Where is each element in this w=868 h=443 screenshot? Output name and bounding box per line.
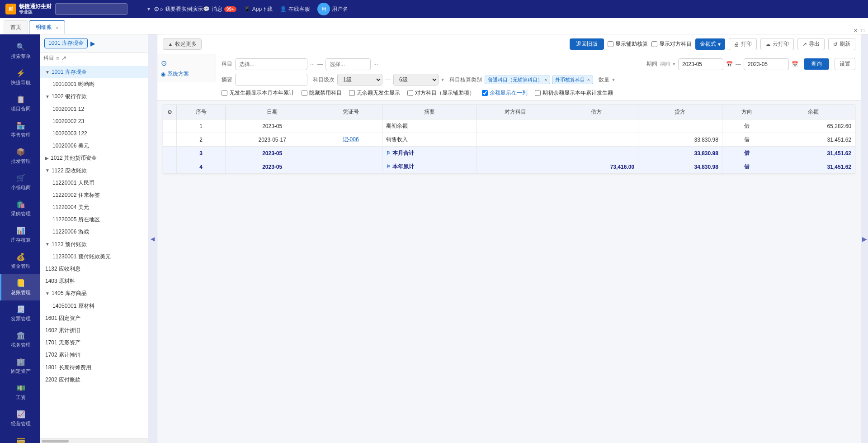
selected-account-tag[interactable]: 1001 库存现金 — [44, 38, 88, 48]
sidebar-item-ledger[interactable]: 📒 总账管理 — [0, 274, 40, 300]
type-tag-foreign-close[interactable]: × — [587, 77, 590, 82]
period-start-input[interactable] — [678, 58, 723, 70]
sidebar-item-funds[interactable]: 💰 资金管理 — [0, 248, 40, 274]
period-end-input[interactable] — [744, 58, 789, 70]
columns-icon[interactable]: ≡ — [56, 55, 60, 62]
account-item-1001[interactable]: ▼ 1001 库存现金 — [40, 66, 148, 78]
sidebar-item-quicknav[interactable]: ⚡ 快捷导航 — [0, 64, 40, 91]
sidebar-item-expense[interactable]: 💳 小畅报销 — [0, 432, 40, 443]
more-btn[interactable]: ▲ 收起更多 — [163, 38, 202, 50]
query-btn[interactable]: 查询 — [804, 58, 829, 70]
app-download-btn[interactable]: 📱 App下载 — [244, 5, 273, 13]
account-item-1132[interactable]: 1132 应收利息 — [40, 263, 148, 275]
sidebar-item-purchase[interactable]: 🛍️ 采购管理 — [0, 195, 40, 222]
account-item-10020001[interactable]: 10020001 12 — [40, 103, 148, 115]
show-helper-checkbox[interactable] — [608, 41, 613, 47]
account-item-11220006[interactable]: 11220006 游戏 — [40, 226, 148, 238]
search-dropdown-icon[interactable]: ▾ — [147, 6, 150, 12]
account-item-11220005[interactable]: 11220005 所在地区 — [40, 214, 148, 226]
account-tag-expand-icon[interactable]: ▶ — [90, 40, 95, 47]
checkbox-initial-balance[interactable]: 期初余额显示本年累计发生额 — [535, 89, 613, 97]
system-scheme-btn[interactable]: ◉ 系统方案 — [161, 70, 212, 78]
account-item-10020003[interactable]: 10020003 122 — [40, 128, 148, 140]
sidebar-item-inventory[interactable]: 📊 库存核算 — [0, 222, 40, 248]
account-item-1012[interactable]: ▶ 1012 其他货币资金 — [40, 152, 148, 164]
messages-btn[interactable]: 💬 消息 99+ — [203, 5, 236, 13]
print-btn[interactable]: 🖨 打印 — [729, 38, 757, 50]
initial-balance-checkbox[interactable] — [535, 90, 541, 96]
level-end-select[interactable]: 6级1级2级3级4级5级 — [393, 74, 439, 86]
sidebar-item-assets[interactable]: 🏢 固定资产 — [0, 353, 40, 379]
summary-input[interactable] — [235, 74, 307, 86]
account-item-1602[interactable]: 1602 累计折旧 — [40, 324, 148, 337]
back-old-version-btn[interactable]: 退回旧版 — [570, 38, 604, 50]
voucher-link-2[interactable]: 记-006 — [343, 136, 359, 143]
top-search-input[interactable] — [55, 3, 127, 15]
format-btn[interactable]: 金额式 ▾ — [695, 38, 725, 50]
account-item-1601[interactable]: 1601 固定资产 — [40, 312, 148, 324]
opposite-checkbox[interactable] — [407, 90, 413, 96]
online-service-btn[interactable]: 👤 在线客服 — [280, 5, 310, 13]
show-opposite-checkbox[interactable] — [651, 41, 657, 47]
sidebar-item-search[interactable]: 🔍 搜索菜单 — [0, 38, 40, 64]
show-opposite-checkbox-label[interactable]: 显示对方科目 — [651, 40, 692, 48]
account-item-1702[interactable]: 1702 累计摊销 — [40, 349, 148, 361]
row-2-voucher[interactable]: 记-006 — [319, 133, 382, 147]
type-tag-normal-close[interactable]: × — [544, 77, 547, 82]
sidebar-item-invoice[interactable]: 🧾 发票管理 — [0, 300, 40, 327]
sidebar-item-retail[interactable]: 🏪 零售管理 — [0, 117, 40, 143]
account-item-1405[interactable]: ▼ 1405 库存商品 — [40, 287, 148, 300]
account-item-1701[interactable]: 1701 无形资产 — [40, 337, 148, 349]
export-btn[interactable]: ↗ 导出 — [797, 38, 825, 50]
no-balance-checkbox[interactable] — [349, 90, 355, 96]
period-dropdown-icon[interactable]: ▾ — [673, 61, 675, 67]
subject-input[interactable] — [235, 58, 307, 70]
refresh-btn[interactable]: ↺ 刷新 — [828, 38, 855, 50]
checkbox-no-balance[interactable]: 无余额无发生显示 — [349, 89, 400, 97]
expand-icon[interactable]: ↗ — [61, 55, 66, 62]
account-item-10020002[interactable]: 10020002 23 — [40, 115, 148, 128]
account-item-1002[interactable]: ▼ 1002 银行存款 — [40, 91, 148, 103]
account-item-11220004[interactable]: 11220004 美元 — [40, 201, 148, 214]
subject-end-input[interactable] — [326, 58, 371, 70]
no-amount-checkbox[interactable] — [222, 90, 227, 96]
checkbox-balance-col[interactable]: 余额显示在一列 — [482, 89, 528, 97]
right-collapse-panel[interactable]: ▶ — [861, 34, 868, 443]
level-dropdown-icon[interactable]: ▾ — [441, 76, 444, 83]
sidebar-item-ecommerce[interactable]: 🛒 小畅电商 — [0, 169, 40, 195]
level-start-select[interactable]: 1级2级3级4级5级6级 — [337, 74, 382, 86]
quantity-dropdown-icon[interactable]: ▾ — [612, 76, 615, 83]
checkbox-no-amount[interactable]: 无发生额显示本月本年累计 — [222, 89, 294, 97]
account-item-1801[interactable]: 1801 长期待摊费用 — [40, 362, 148, 374]
account-item-14050001[interactable]: 14050001 原材料 — [40, 300, 148, 312]
account-item-2202[interactable]: 2202 应付账款 — [40, 374, 148, 386]
account-item-1403[interactable]: 1403 原材料 — [40, 275, 148, 287]
filter-icon[interactable]: ⊙ — [161, 59, 167, 67]
account-item-1122[interactable]: ▼ 1122 应收账款 — [40, 165, 148, 177]
sidebar-item-tax[interactable]: 🏛️ 税务管理 — [0, 327, 40, 353]
tab-home[interactable]: 首页 — [4, 20, 28, 34]
account-item-11220001[interactable]: 11220001 人民币 — [40, 177, 148, 189]
hide-disabled-checkbox[interactable] — [302, 90, 307, 96]
checkbox-hide-disabled[interactable]: 隐藏禁用科目 — [302, 89, 342, 97]
window-close-btn[interactable]: × — [854, 27, 858, 34]
demo-link[interactable]: ○ 我要看实例演示 — [160, 5, 203, 13]
account-item-10020006[interactable]: 10020006 美元 — [40, 140, 148, 152]
sidebar-item-wholesale[interactable]: 📦 批发管理 — [0, 143, 40, 169]
checkbox-opposite[interactable]: 对方科目（显示辅助项） — [407, 89, 475, 97]
tab-ledger[interactable]: 明细账 × — [29, 20, 65, 34]
settings-btn[interactable]: 设置 — [835, 58, 855, 70]
window-restore-btn[interactable]: □ — [861, 27, 864, 33]
show-helper-checkbox-label[interactable]: 显示辅助核算 — [608, 40, 648, 48]
sidebar-item-management[interactable]: 📈 经营管理 — [0, 405, 40, 432]
sidebar-item-project[interactable]: 📋 项目合同 — [0, 91, 40, 117]
section-collapse-btn[interactable]: ◀ — [148, 34, 157, 443]
balance-col-checkbox[interactable] — [482, 90, 488, 96]
account-item-10010001[interactable]: 10010001 哟哟哟 — [40, 78, 148, 91]
table-settings-col[interactable]: ⚙ — [163, 105, 177, 119]
account-item-11220002[interactable]: 11220002 住来标签 — [40, 189, 148, 201]
user-avatar[interactable]: 用 用户名 — [317, 3, 348, 15]
sidebar-item-payroll[interactable]: 💵 工资 — [0, 379, 40, 405]
tab-close-icon[interactable]: × — [56, 25, 58, 30]
settings-icon[interactable]: ⚙ — [154, 5, 160, 13]
